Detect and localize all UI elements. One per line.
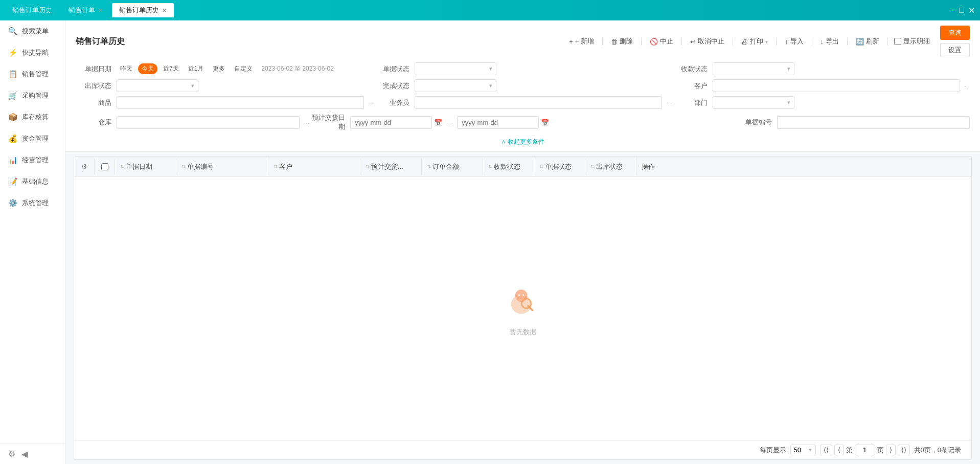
th-date-sort-icon[interactable]: ⇅ (120, 164, 124, 169)
sidebar-item-operation[interactable]: 📊 经营管理 (0, 149, 65, 171)
sidebar-item-finance[interactable]: 💰 资金管理 (0, 128, 65, 149)
tab-sales-order-close[interactable]: ✕ (98, 7, 103, 14)
pay-status-label: 收款状态 (672, 64, 713, 74)
sidebar-collapse-icon[interactable]: ◀ (21, 449, 28, 459)
import-icon: ↑ (785, 38, 788, 46)
filter-row-2: 出库状态 ▾ 完成状态 (76, 79, 970, 92)
customer-dots-icon[interactable]: ··· (964, 82, 970, 90)
search-button[interactable]: 查询 (940, 26, 970, 40)
cancel-stop-button[interactable]: ↩ 取消中止 (688, 36, 726, 47)
quick-nav-icon: ⚡ (8, 48, 18, 57)
empty-state-illustration (503, 280, 543, 321)
page-next-button[interactable]: ⟩ (886, 445, 896, 455)
page-prev-button[interactable]: ⟨ (834, 445, 844, 455)
delivery-date-start[interactable] (350, 116, 432, 129)
print-button[interactable]: 🖨 打印 ▾ (739, 36, 770, 47)
warehouse-input[interactable] (117, 116, 300, 129)
page-size-label: 每页显示 (760, 446, 786, 455)
th-pay-sort-icon[interactable]: ⇅ (488, 164, 492, 169)
sidebar-item-operation-label: 经营管理 (22, 156, 49, 165)
sidebar-item-system-label: 系统管理 (22, 198, 49, 208)
sidebar-item-system[interactable]: ⚙️ 系统管理 (0, 192, 65, 214)
page-number-input[interactable] (855, 445, 875, 455)
tab-sales-order[interactable]: 销售订单 ✕ (61, 3, 110, 17)
sidebar-item-sales-mgmt[interactable]: 📋 销售管理 (0, 63, 65, 85)
print-label: 打印 (750, 37, 763, 46)
cancel-stop-label: 取消中止 (698, 37, 724, 46)
new-button[interactable]: + + 新增 (567, 36, 596, 47)
th-status-sort-icon[interactable]: ⇅ (539, 164, 543, 169)
page-header: 销售订单历史 + + 新增 🗑 删除 🚫 中止 (65, 20, 980, 152)
date-range-separator: — (444, 119, 455, 126)
stop-button[interactable]: 🚫 中止 (648, 36, 675, 47)
sidebar: 🔍 搜索菜单 ⚡ 快捷导航 📋 销售管理 🛒 采购管理 📦 库存核算 💰 资金管… (0, 20, 65, 464)
th-operation: 操作 (636, 158, 971, 175)
refresh-icon: 🔄 (856, 38, 864, 46)
pay-status-select[interactable] (713, 62, 794, 75)
salesman-input[interactable] (415, 96, 662, 109)
date-btn-1month[interactable]: 近1月 (185, 63, 208, 74)
sidebar-settings-icon[interactable]: ⚙ (8, 449, 15, 459)
th-amount-sort-icon[interactable]: ⇅ (427, 164, 431, 169)
tab-sales-order-history[interactable]: 销售订单历史 ✕ (112, 3, 174, 17)
minimize-icon[interactable]: − (950, 6, 955, 15)
date-btn-today[interactable]: 今天 (138, 63, 157, 74)
goods-label: 商品 (76, 98, 117, 107)
divider-1 (602, 37, 603, 46)
goods-input[interactable] (117, 96, 364, 109)
th-number-sort-icon[interactable]: ⇅ (181, 164, 186, 169)
complete-select[interactable] (415, 79, 496, 92)
tab-home[interactable]: 销售订单历史 (5, 3, 59, 17)
pagination: 每页显示 10 20 50 100 ▾ ⟨⟨ ⟨ 第 页 ⟩ (74, 440, 971, 459)
export-button[interactable]: ↓ 导出 (818, 36, 841, 47)
salesman-dots-icon[interactable]: ··· (666, 99, 672, 106)
out-status-select[interactable] (117, 79, 198, 92)
sidebar-item-search-menu-label: 搜索菜单 (22, 27, 49, 36)
sidebar-item-base-info[interactable]: 📝 基础信息 (0, 171, 65, 192)
delete-button[interactable]: 🗑 删除 (609, 36, 635, 47)
collapse-bar[interactable]: ∧ 收起更多条件 (76, 136, 970, 148)
date-btn-7days[interactable]: 近7天 (159, 63, 183, 74)
sidebar-item-quick-nav-label: 快捷导航 (22, 48, 49, 57)
sidebar-item-quick-nav[interactable]: ⚡ 快捷导航 (0, 42, 65, 63)
page-first-button[interactable]: ⟨⟨ (820, 445, 832, 455)
th-customer-sort-icon[interactable]: ⇅ (274, 164, 278, 169)
th-date-label: 单据日期 (126, 162, 152, 171)
tab-sales-order-history-label: 销售订单历史 (119, 6, 159, 15)
sidebar-item-purchase-mgmt[interactable]: 🛒 采购管理 (0, 85, 65, 106)
display-toggle-checkbox[interactable] (894, 38, 901, 45)
select-all-checkbox[interactable] (101, 163, 108, 170)
calendar-icon-end[interactable]: 📅 (541, 119, 549, 126)
th-amount-label: 订单金额 (432, 162, 459, 171)
status-select[interactable] (415, 62, 496, 75)
goods-dots-icon[interactable]: ··· (368, 99, 374, 106)
sidebar-item-inventory[interactable]: 📦 库存核算 (0, 106, 65, 128)
th-delivery: ⇅ 预计交货... (360, 158, 422, 175)
dept-select[interactable] (713, 96, 794, 109)
window-close-icon[interactable]: ✕ (968, 6, 975, 15)
th-out-sort-icon[interactable]: ⇅ (590, 164, 595, 169)
delivery-date-end[interactable] (457, 116, 539, 129)
maximize-icon[interactable]: □ (959, 6, 964, 15)
import-button[interactable]: ↑ 导入 (783, 36, 806, 47)
page-size-select[interactable]: 10 20 50 100 (790, 445, 816, 455)
page-last-button[interactable]: ⟩⟩ (898, 445, 910, 455)
th-gear[interactable]: ⚙ (74, 159, 95, 174)
th-delivery-sort-icon[interactable]: ⇅ (366, 164, 370, 169)
th-check[interactable] (95, 159, 115, 174)
customer-input[interactable] (713, 79, 960, 92)
refresh-button[interactable]: 🔄 刷新 (854, 36, 881, 47)
warehouse-dots-icon[interactable]: ··· (304, 119, 309, 126)
sidebar-item-search-menu[interactable]: 🔍 搜索菜单 (0, 20, 65, 42)
divider-5 (776, 37, 777, 46)
display-toggle[interactable]: 显示明细 (894, 37, 930, 46)
out-status-select-wrapper: ▾ (117, 79, 198, 92)
th-date: ⇅ 单据日期 (115, 158, 176, 175)
date-btn-more[interactable]: 更多 (209, 63, 229, 74)
calendar-icon-start[interactable]: 📅 (434, 119, 442, 126)
settings-button[interactable]: 设置 (940, 43, 970, 57)
tab-sales-order-history-close[interactable]: ✕ (162, 7, 167, 14)
order-no-input[interactable] (777, 116, 970, 129)
date-btn-custom[interactable]: 自定义 (231, 63, 256, 74)
date-btn-yesterday[interactable]: 昨天 (117, 63, 136, 74)
